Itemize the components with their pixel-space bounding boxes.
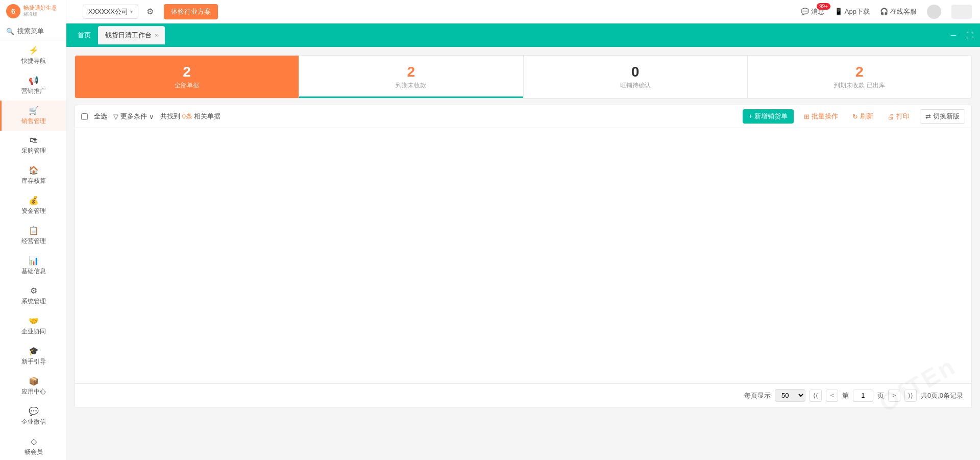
app-download-button[interactable]: 📱 App下载 bbox=[835, 7, 870, 16]
logo-sub: 标准版 bbox=[23, 11, 57, 18]
online-service-label: 在线客服 bbox=[890, 7, 917, 16]
username-display bbox=[951, 5, 972, 19]
operations-icon: 📋 bbox=[29, 226, 39, 235]
batch-operation-button[interactable]: ⊞ 批量操作 bbox=[800, 110, 842, 123]
avatar[interactable] bbox=[927, 5, 941, 19]
logo-area: 6 畅捷通好生意 标准版 bbox=[0, 0, 66, 22]
trial-button[interactable]: 体验行业方案 bbox=[164, 4, 218, 19]
switch-icon: ⇄ bbox=[925, 113, 931, 120]
switch-version-button[interactable]: ⇄ 切换新版 bbox=[920, 109, 965, 124]
quick-nav-icon: ⚡ bbox=[29, 45, 39, 55]
page-total: 共0页,0条记录 bbox=[921, 391, 963, 400]
filter-icon: ▽ bbox=[113, 113, 118, 120]
wechat-icon: 💬 bbox=[29, 406, 39, 416]
sidebar-item-operations[interactable]: 📋 经营管理 bbox=[0, 221, 66, 251]
search-label: 搜索菜单 bbox=[17, 27, 44, 36]
app-download-label: App下载 bbox=[845, 7, 870, 16]
table-area bbox=[75, 128, 972, 383]
sidebar-item-finance[interactable]: 💰 资金管理 bbox=[0, 190, 66, 221]
system-icon: ⚙ bbox=[30, 286, 37, 296]
next-page-button[interactable]: ＞ bbox=[888, 390, 900, 402]
sidebar-item-cooperation[interactable]: 🤝 企业协同 bbox=[0, 311, 66, 341]
sidebar-item-label: 畅会员 bbox=[24, 448, 43, 456]
prev-page-button[interactable]: ＜ bbox=[826, 390, 838, 402]
found-text: 共找到 0条 相关单据 bbox=[160, 112, 220, 121]
per-page-select[interactable]: 50 100 200 bbox=[775, 389, 805, 402]
stat-card-pending[interactable]: 0 旺铺待确认 bbox=[524, 56, 748, 98]
search-icon: 🔍 bbox=[6, 28, 14, 35]
message-badge: 99+ bbox=[817, 3, 830, 10]
stat-underline bbox=[299, 96, 523, 98]
batch-label: 批量操作 bbox=[812, 112, 838, 121]
purchase-icon: 🛍 bbox=[30, 136, 38, 145]
stat-count-overdue: 2 bbox=[407, 64, 415, 80]
sidebar-item-member[interactable]: ◇ 畅会员 bbox=[0, 431, 66, 460]
header-right: 💬 消息 99+ 📱 App下载 🎧 在线客服 bbox=[801, 5, 972, 19]
sidebar-item-sales[interactable]: 🛒 销售管理 bbox=[0, 101, 66, 131]
stat-card-all[interactable]: 2 全部单据 bbox=[75, 56, 299, 98]
sidebar-item-label: 基础信息 bbox=[21, 267, 46, 276]
sidebar: 6 畅捷通好生意 标准版 🔍 搜索菜单 ⚡ 快捷导航 📢 营销推广 🛒 销售管理… bbox=[0, 0, 66, 460]
stat-label-all: 全部单据 bbox=[175, 81, 199, 90]
stat-label-overdue: 到期未收款 bbox=[396, 81, 426, 90]
minimize-button[interactable]: ─ bbox=[947, 29, 960, 41]
sidebar-item-marketing[interactable]: 📢 营销推广 bbox=[0, 70, 66, 101]
tab-home[interactable]: 首页 bbox=[70, 26, 98, 44]
stat-count-all: 2 bbox=[183, 64, 191, 80]
logo-icon: 6 bbox=[6, 4, 20, 18]
print-button[interactable]: 🖨 打印 bbox=[884, 110, 914, 123]
close-tab-icon[interactable]: × bbox=[155, 32, 158, 38]
sidebar-item-app-center[interactable]: 📦 应用中心 bbox=[0, 371, 66, 401]
sidebar-item-wechat[interactable]: 💬 企业微信 bbox=[0, 401, 66, 431]
select-all-checkbox[interactable] bbox=[81, 113, 88, 120]
logo-name: 畅捷通好生意 bbox=[23, 5, 57, 11]
top-header: 6 畅捷通好生意 标准版 🔍 搜索菜单 ⚡ 快捷导航 📢 营销推广 🛒 销售管理… bbox=[0, 0, 980, 23]
filter-button[interactable]: ▽ 更多条件 ∨ bbox=[113, 112, 154, 121]
online-service-button[interactable]: 🎧 在线客服 bbox=[880, 7, 917, 16]
first-page-button[interactable]: ⟨⟨ bbox=[810, 390, 822, 402]
sidebar-item-guide[interactable]: 🎓 新手引导 bbox=[0, 341, 66, 371]
stat-card-overdue[interactable]: 2 到期未收款 bbox=[299, 56, 523, 98]
sidebar-item-label: 库存核算 bbox=[21, 177, 46, 185]
stat-count-pending: 0 bbox=[631, 64, 640, 80]
refresh-button[interactable]: ↻ 刷新 bbox=[848, 110, 877, 123]
sidebar-item-label: 企业微信 bbox=[21, 418, 46, 426]
tab-cashflow[interactable]: 钱货日清工作台 × bbox=[98, 26, 165, 44]
message-icon: 💬 bbox=[801, 8, 809, 15]
company-selector[interactable]: XXXXXX公司 ▾ bbox=[83, 5, 138, 19]
stat-card-shipped[interactable]: 2 到期未收款 已出库 bbox=[748, 56, 971, 98]
page-input[interactable] bbox=[853, 390, 873, 402]
sidebar-item-label: 营销推广 bbox=[21, 87, 46, 95]
sidebar-item-label: 新手引导 bbox=[21, 357, 46, 366]
stat-label-shipped: 到期未收款 已出库 bbox=[834, 81, 885, 90]
last-page-button[interactable]: ⟩⟩ bbox=[904, 390, 917, 402]
sidebar-item-label: 采购管理 bbox=[21, 147, 46, 155]
sidebar-item-inventory[interactable]: 🏠 库存核算 bbox=[0, 160, 66, 190]
finance-icon: 💰 bbox=[29, 196, 39, 205]
stat-label-pending: 旺铺待确认 bbox=[620, 81, 651, 90]
sidebar-item-system[interactable]: ⚙ 系统管理 bbox=[0, 281, 66, 311]
nav-tabs-actions: ─ ⛶ bbox=[947, 29, 976, 41]
print-label: 打印 bbox=[896, 112, 910, 121]
inventory-icon: 🏠 bbox=[29, 165, 39, 175]
stat-count-shipped: 2 bbox=[855, 64, 864, 80]
refresh-label: 刷新 bbox=[860, 112, 873, 121]
sidebar-item-label: 应用中心 bbox=[21, 388, 46, 396]
sidebar-search[interactable]: 🔍 搜索菜单 bbox=[0, 22, 66, 40]
sidebar-item-quick-nav[interactable]: ⚡ 快捷导航 bbox=[0, 40, 66, 70]
message-button[interactable]: 💬 消息 99+ bbox=[801, 7, 824, 16]
maximize-button[interactable]: ⛶ bbox=[964, 29, 976, 41]
refresh-icon: ↻ bbox=[852, 113, 858, 120]
sidebar-item-basic-info[interactable]: 📊 基础信息 bbox=[0, 251, 66, 281]
page-info-suffix: 页 bbox=[877, 391, 884, 400]
sidebar-item-purchase[interactable]: 🛍 采购管理 bbox=[0, 131, 66, 160]
app-download-icon: 📱 bbox=[835, 8, 843, 15]
toolbar-right: + 新增销货单 ⊞ 批量操作 ↻ 刷新 🖨 打印 ⇄ 切换新版 bbox=[743, 109, 965, 124]
toolbar-left: 全选 ▽ 更多条件 ∨ 共找到 0条 相关单据 bbox=[81, 112, 737, 121]
add-sales-button[interactable]: + 新增销货单 bbox=[743, 109, 794, 124]
settings-button[interactable]: ⚙ bbox=[142, 4, 158, 19]
sidebar-item-label: 企业协同 bbox=[21, 327, 46, 336]
found-count: 0条 bbox=[182, 112, 192, 120]
pagination-bar: 每页显示 50 100 200 ⟨⟨ ＜ 第 页 ＞ ⟩⟩ 共0页,0条记录 bbox=[75, 383, 972, 407]
per-page-label: 每页显示 bbox=[744, 391, 771, 400]
